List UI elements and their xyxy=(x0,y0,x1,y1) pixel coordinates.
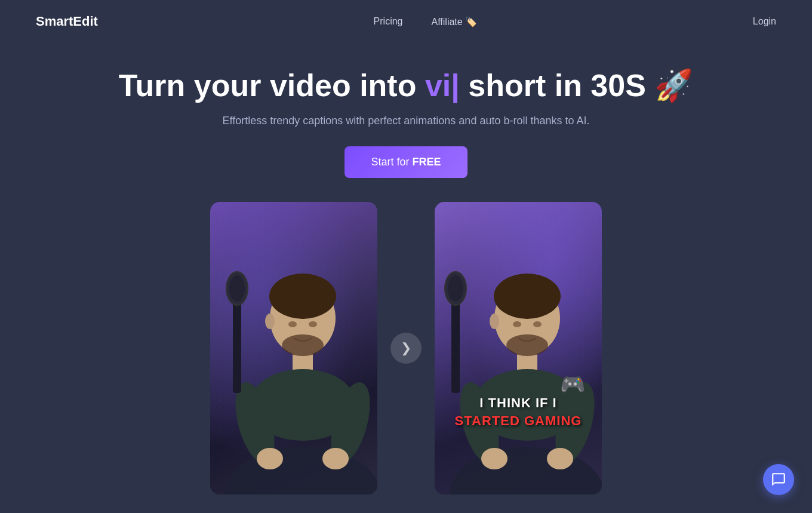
navbar: SmartEdit Pricing Affiliate 🏷️ Login xyxy=(0,0,812,43)
caption-line1: I THINK IF I xyxy=(479,395,556,411)
hero-title-highlight: vi| xyxy=(425,68,460,103)
svg-rect-16 xyxy=(451,297,460,393)
video-after: 🎮 I THINK IF I STARTED GAMING xyxy=(435,202,602,494)
nav-links: Pricing Affiliate 🏷️ xyxy=(374,16,478,27)
svg-point-29 xyxy=(533,321,542,327)
svg-point-13 xyxy=(309,321,317,327)
chat-button[interactable] xyxy=(763,464,794,495)
svg-point-5 xyxy=(269,274,336,319)
svg-point-26 xyxy=(481,448,508,469)
hero-section: Turn your video into vi| short in 30S 🚀 … xyxy=(0,43,812,178)
mic-stand-right xyxy=(439,262,472,395)
arrow-container xyxy=(382,202,430,494)
chat-icon xyxy=(771,472,786,487)
caption-overlay: I THINK IF I STARTED GAMING xyxy=(435,395,602,429)
svg-point-11 xyxy=(322,448,349,469)
cta-start-text: Start for xyxy=(371,156,412,168)
hero-title-after: short in 30S 🚀 xyxy=(460,68,694,103)
mic-stand-left xyxy=(221,262,254,395)
nav-pricing[interactable]: Pricing xyxy=(374,16,403,27)
svg-point-2 xyxy=(229,275,245,302)
svg-point-18 xyxy=(448,275,463,302)
svg-point-21 xyxy=(494,274,561,319)
svg-point-28 xyxy=(513,321,521,327)
nav-affiliate[interactable]: Affiliate 🏷️ xyxy=(432,16,478,27)
nav-login[interactable]: Login xyxy=(753,16,776,27)
brand-logo[interactable]: SmartEdit xyxy=(36,14,98,29)
cta-button[interactable]: Start for FREE xyxy=(345,146,467,178)
svg-point-30 xyxy=(490,314,499,329)
video-comparison: 🎮 I THINK IF I STARTED GAMING xyxy=(0,202,812,494)
cta-bold-text: FREE xyxy=(413,156,441,168)
svg-point-27 xyxy=(547,448,573,469)
svg-point-10 xyxy=(257,448,283,469)
caption-line2: STARTED GAMING xyxy=(455,413,582,429)
game-controller-icon: 🎮 xyxy=(560,372,585,396)
svg-point-31 xyxy=(506,334,548,356)
svg-rect-0 xyxy=(233,297,241,393)
svg-point-12 xyxy=(288,321,297,327)
hero-subtitle: Effortless trendy captions with perfect … xyxy=(223,115,590,127)
hero-title: Turn your video into vi| short in 30S 🚀 xyxy=(119,67,694,104)
svg-point-14 xyxy=(265,314,275,329)
video-before xyxy=(210,202,377,494)
next-arrow[interactable] xyxy=(390,333,422,364)
hero-title-before: Turn your video into xyxy=(119,68,425,103)
svg-point-15 xyxy=(282,334,324,356)
